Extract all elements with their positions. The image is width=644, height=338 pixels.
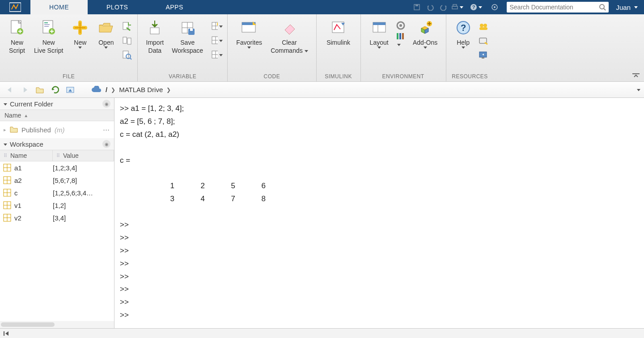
new-script-icon: [8, 19, 26, 37]
go-to-start-icon[interactable]: [3, 330, 10, 337]
panel-actions-icon[interactable]: ◉: [102, 140, 110, 148]
folder-icon: [10, 127, 18, 133]
compare-icon[interactable]: [121, 35, 133, 46]
target-icon[interactable]: [488, 0, 501, 14]
status-bar: [0, 328, 644, 338]
side-panel: Current Folder ◉ Name ▲ ▸ Published (m) …: [0, 98, 114, 328]
workspace-var-row[interactable]: a1[1,2;3,4]: [0, 161, 114, 174]
chevron-down-icon[interactable]: [4, 100, 7, 108]
tab-plots[interactable]: PLOTS: [88, 0, 147, 14]
help-button[interactable]: ? Help: [451, 18, 476, 50]
workspace-header[interactable]: Workspace ◉: [0, 138, 114, 150]
search-documentation[interactable]: [507, 2, 609, 13]
current-folder-header[interactable]: Current Folder ◉: [0, 98, 114, 110]
ribbon-group-resources: ? Help RESOURCES: [446, 14, 494, 81]
plus-icon: [71, 19, 89, 37]
command-window[interactable]: >> a1 = [1, 2; 3, 4];a2 = [5, 6 ; 7, 8];…: [114, 98, 644, 328]
import-data-button[interactable]: Import Data: [142, 18, 167, 55]
new-live-script-icon: [40, 19, 58, 37]
horizontal-scrollbar[interactable]: [0, 321, 114, 328]
help-icon[interactable]: ?: [469, 0, 483, 14]
current-folder-columns[interactable]: Name ▲: [0, 110, 114, 121]
workspace-var-row[interactable]: v2[3,4]: [0, 211, 114, 224]
chevron-down-icon[interactable]: [4, 140, 7, 148]
matrix-icon: [3, 213, 12, 222]
quick-access-toolbar: ?: [410, 0, 504, 14]
favorites-button[interactable]: Favorites: [232, 18, 266, 50]
svg-rect-3: [452, 6, 458, 9]
workspace-var-row[interactable]: v1[1,2]: [0, 199, 114, 211]
search-icon[interactable]: [599, 4, 606, 11]
svg-rect-50: [402, 33, 404, 39]
request-support-icon[interactable]: [478, 35, 489, 46]
layout-button[interactable]: Layout: [365, 18, 393, 50]
browse-icon[interactable]: [64, 84, 77, 96]
clear-commands-button[interactable]: Clear Commands: [267, 18, 311, 55]
preferences-icon[interactable]: [396, 21, 407, 30]
collapse-ribbon-icon[interactable]: [631, 72, 640, 79]
learn-matlab-icon[interactable]: [478, 49, 489, 61]
path-drive[interactable]: MATLAB Drive: [119, 86, 163, 93]
more-icon[interactable]: ⋯: [103, 126, 110, 134]
workspace-list: a1[1,2;3,4]a2[5,6;7,8]c[1,2,5,6;3,4…v1[1…: [0, 161, 114, 321]
svg-point-47: [399, 24, 402, 27]
forward-button[interactable]: [19, 84, 31, 96]
find-files-icon[interactable]: [121, 21, 133, 32]
user-menu[interactable]: Juan: [611, 0, 644, 14]
favorites-icon: [240, 19, 258, 37]
back-button[interactable]: [4, 84, 16, 96]
undo-icon[interactable]: [424, 0, 437, 14]
panel-actions-icon[interactable]: ◉: [102, 100, 110, 108]
svg-rect-15: [44, 24, 50, 25]
new-script-button[interactable]: New Script: [4, 18, 30, 55]
search-files-icon[interactable]: [121, 49, 133, 61]
set-path-icon[interactable]: [396, 32, 407, 48]
open-variable-icon[interactable]: [211, 35, 223, 46]
clear-workspace-icon[interactable]: [211, 49, 223, 61]
svg-rect-14: [44, 22, 48, 23]
new-button[interactable]: New: [68, 18, 93, 50]
workspace-columns[interactable]: ⠿Name ⠿Value: [0, 150, 114, 161]
help-circle-icon: ?: [454, 19, 472, 37]
save-icon[interactable]: [410, 0, 424, 14]
svg-rect-49: [399, 33, 401, 39]
svg-rect-2: [415, 4, 418, 6]
workspace-var-row[interactable]: c[1,2,5,6;3,4…: [0, 186, 114, 199]
open-button[interactable]: Open: [93, 18, 119, 50]
search-input[interactable]: [509, 4, 597, 11]
matrix-icon: [3, 176, 12, 185]
tab-home[interactable]: HOME: [30, 0, 88, 14]
ribbon-group-code: Favorites Clear Commands CODE: [228, 14, 316, 81]
path-root[interactable]: /: [106, 86, 107, 93]
svg-rect-48: [397, 33, 398, 39]
save-workspace-button[interactable]: Save Workspace: [168, 18, 207, 55]
new-variable-icon[interactable]: [211, 21, 223, 32]
svg-rect-19: [123, 37, 127, 43]
svg-line-10: [604, 8, 606, 10]
path-dropdown[interactable]: [637, 86, 640, 93]
main-area: Current Folder ◉ Name ▲ ▸ Published (m) …: [0, 98, 644, 328]
workspace-var-row[interactable]: a2[5,6;7,8]: [0, 174, 114, 186]
community-icon[interactable]: [478, 21, 489, 32]
expand-icon[interactable]: ▸: [4, 127, 6, 133]
refresh-icon[interactable]: [49, 84, 62, 96]
matrix-icon: [3, 201, 12, 210]
folder-row-published[interactable]: ▸ Published (m) ⋯: [0, 124, 114, 135]
svg-line-23: [130, 58, 131, 59]
eraser-icon: [280, 19, 298, 37]
redo-icon[interactable]: [437, 0, 450, 14]
tab-apps[interactable]: APPS: [147, 0, 202, 14]
save-workspace-icon: [178, 19, 196, 37]
layout-icon: [370, 19, 388, 37]
svg-text:?: ?: [461, 23, 466, 33]
new-live-script-button[interactable]: New Live Script: [30, 18, 67, 55]
up-folder-icon[interactable]: [34, 84, 47, 96]
cloud-icon[interactable]: [90, 86, 102, 94]
print-icon[interactable]: [450, 0, 464, 14]
simulink-icon: [330, 19, 347, 37]
addons-button[interactable]: Add-Ons: [409, 18, 441, 50]
svg-rect-16: [44, 26, 49, 27]
svg-point-8: [494, 6, 496, 8]
ribbon-toolstrip: New Script New Live Script New Open: [0, 14, 644, 82]
simulink-button[interactable]: Simulink: [321, 18, 356, 47]
